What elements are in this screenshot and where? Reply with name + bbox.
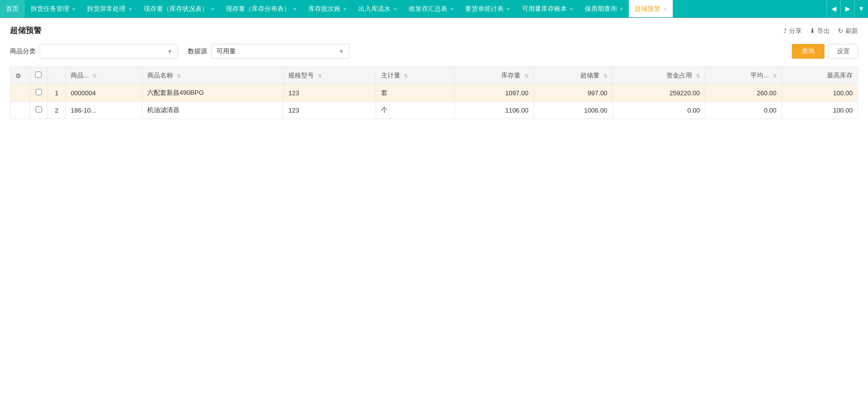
nav-item-xianzun-dist[interactable]: 现存量（库存分布表） × — [220, 0, 302, 17]
row-overstock: 997.00 — [533, 84, 612, 102]
close-icon[interactable]: × — [570, 6, 573, 12]
th-capital[interactable]: 资金占用 ⇅ — [612, 67, 705, 84]
row-avg: 260.00 — [705, 84, 781, 102]
nav-item-kucun-batch[interactable]: 库存批次账 × — [303, 0, 352, 17]
close-icon[interactable]: × — [663, 6, 666, 12]
row-overstock: 1006.00 — [533, 102, 612, 119]
close-icon[interactable]: × — [211, 6, 214, 12]
row-max-stock: 100.00 — [781, 102, 858, 119]
nav-item-quality-check[interactable]: 保质期查询 × — [579, 0, 629, 17]
datasource-select-value: 可用量 — [217, 47, 236, 56]
row-product-name: 机油滤清器 — [142, 102, 283, 119]
sort-icon: ⇅ — [773, 73, 777, 79]
row-number: 2 — [48, 102, 66, 119]
th-max-stock[interactable]: 最高库存 — [781, 67, 858, 84]
row-spec: 123 — [283, 102, 376, 119]
row-settings-cell — [10, 102, 30, 119]
row-spec: 123 — [283, 84, 376, 102]
settings-button[interactable]: 设置 — [828, 44, 858, 59]
sort-icon: ⇅ — [92, 73, 96, 79]
refresh-button[interactable]: ↻ 刷新 — [838, 27, 858, 36]
nav-item-home[interactable]: 首页 — [0, 0, 25, 17]
category-label: 商品分类 — [10, 47, 36, 56]
th-settings[interactable]: ⚙ — [10, 67, 30, 84]
row-avg: 0.00 — [705, 102, 781, 119]
sort-icon: ⇅ — [318, 73, 322, 79]
nav-item-chaihuo-task[interactable]: 拆货任务管理 × — [25, 0, 81, 17]
row-settings-cell — [10, 84, 30, 102]
chevron-down-icon: ▼ — [339, 48, 344, 54]
close-icon[interactable]: × — [129, 6, 131, 12]
page-title: 超储预警 — [10, 26, 783, 36]
table-row: 2 186-10... 机油滤清器 123 个 1106.00 1006.00 … — [10, 102, 858, 119]
row-stock: 1097.00 — [455, 84, 534, 102]
page-header: 超储预警 ⤴ 分享 ⬇ 导出 ↻ 刷新 — [10, 26, 858, 36]
row-checkbox[interactable] — [36, 89, 42, 95]
nav-menu-button[interactable]: ▼ — [854, 0, 868, 17]
row-number: 1 — [48, 84, 66, 102]
close-icon[interactable]: × — [620, 6, 623, 12]
category-select[interactable]: ▼ — [40, 44, 178, 59]
th-product-code[interactable]: 商品... ⇅ — [66, 67, 142, 84]
nav-item-receive-summary[interactable]: 收发存汇总表 × — [403, 0, 459, 17]
data-table: ⚙ 商品... ⇅ 商品名称 ⇅ 规格型号 ⇅ — [10, 67, 858, 119]
row-capital: 0.00 — [612, 102, 705, 119]
nav-item-xianzun-status[interactable]: 现存量（库存状况表） × — [138, 0, 220, 17]
row-unit: 套 — [376, 84, 455, 102]
sort-icon: ⇅ — [404, 73, 408, 79]
row-product-code: 0000004 — [66, 84, 142, 102]
th-rownum — [48, 67, 66, 84]
nav-item-inout-flow[interactable]: 出入库流水 × — [352, 0, 402, 17]
th-checkbox — [30, 67, 48, 84]
nav-item-order-stat[interactable]: 要货单统计表 × — [459, 0, 516, 17]
th-avg[interactable]: 平均... ⇅ — [705, 67, 781, 84]
row-checkbox-cell[interactable] — [30, 84, 48, 102]
sort-icon: ⇅ — [696, 73, 700, 79]
sort-icon: ⇅ — [177, 73, 181, 79]
row-unit: 个 — [376, 102, 455, 119]
nav-arrows: ◀ ▶ ▼ — [826, 0, 868, 17]
chevron-down-icon: ▼ — [167, 48, 173, 54]
row-checkbox[interactable] — [36, 106, 42, 113]
nav-item-chaihuo-abnormal[interactable]: 拆货异常处理 × — [81, 0, 137, 17]
category-filter: 商品分类 ▼ — [10, 44, 178, 59]
th-spec[interactable]: 规格型号 ⇅ — [283, 67, 376, 84]
row-stock: 1106.00 — [455, 102, 534, 119]
select-all-checkbox[interactable] — [35, 72, 42, 78]
table-row: 1 0000004 六配套新昌490BPG 123 套 1097.00 997.… — [10, 84, 858, 102]
sort-icon: ⇅ — [524, 73, 528, 79]
nav-item-available-account[interactable]: 可用量库存账本 × — [516, 0, 579, 17]
gear-icon: ⚙ — [15, 72, 21, 79]
refresh-icon: ↻ — [838, 27, 843, 35]
close-icon[interactable]: × — [450, 6, 453, 12]
th-overstock[interactable]: 超储量 ⇅ — [533, 67, 612, 84]
datasource-label: 数据源 — [188, 47, 207, 56]
nav-item-overstock-warn[interactable]: 超储预警 × — [629, 0, 672, 17]
table-header-row: ⚙ 商品... ⇅ 商品名称 ⇅ 规格型号 ⇅ — [10, 67, 858, 84]
header-actions: ⤴ 分享 ⬇ 导出 ↻ 刷新 — [783, 27, 858, 36]
nav-next-button[interactable]: ▶ — [840, 0, 854, 17]
close-icon[interactable]: × — [393, 6, 396, 12]
sort-icon: ⇅ — [604, 73, 608, 79]
th-unit[interactable]: 主计量 ⇅ — [376, 67, 455, 84]
row-max-stock: 100.00 — [781, 84, 858, 102]
close-icon[interactable]: × — [344, 6, 347, 12]
row-product-name: 六配套新昌490BPG — [142, 84, 283, 102]
nav-prev-button[interactable]: ◀ — [826, 0, 840, 17]
main-content: 超储预警 ⤴ 分享 ⬇ 导出 ↻ 刷新 商品分类 ▼ 数据源 — [0, 18, 868, 395]
datasource-filter: 数据源 可用量 ▼ — [188, 44, 349, 59]
row-checkbox-cell[interactable] — [30, 102, 48, 119]
filter-row: 商品分类 ▼ 数据源 可用量 ▼ 查询 设置 — [10, 44, 858, 59]
close-icon[interactable]: × — [507, 6, 510, 12]
share-button[interactable]: ⤴ 分享 — [783, 27, 802, 36]
datasource-select[interactable]: 可用量 ▼ — [211, 44, 349, 59]
th-stock[interactable]: 库存量 ⇅ — [455, 67, 534, 84]
row-product-code: 186-10... — [66, 102, 142, 119]
share-icon: ⤴ — [783, 27, 787, 35]
close-icon[interactable]: × — [293, 6, 296, 12]
query-button[interactable]: 查询 — [792, 44, 825, 59]
row-capital: 259220.00 — [612, 84, 705, 102]
th-product-name[interactable]: 商品名称 ⇅ — [142, 67, 283, 84]
close-icon[interactable]: × — [72, 6, 75, 12]
export-button[interactable]: ⬇ 导出 — [810, 27, 830, 36]
